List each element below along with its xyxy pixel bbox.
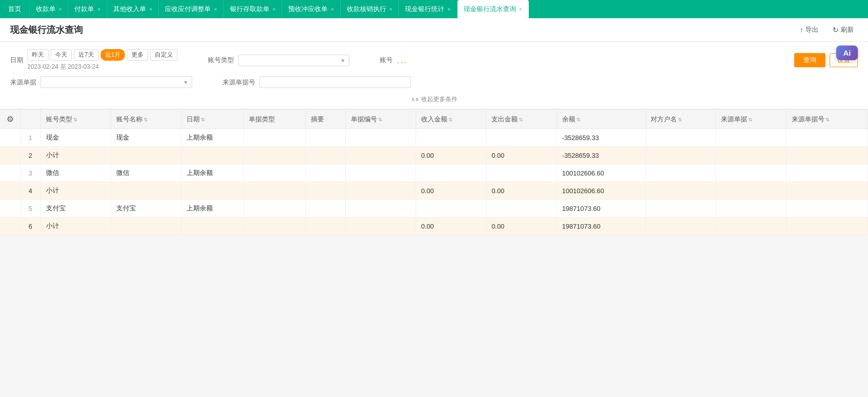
nav-tab-1[interactable]: 付款单×: [68, 0, 107, 18]
col-header-expense[interactable]: 支出金额⇅: [486, 110, 557, 129]
nav-tab-label-2: 其他收入单: [113, 5, 146, 14]
nav-tab-6[interactable]: 收款核销执行×: [341, 0, 399, 18]
col-header-income[interactable]: 收入金额⇅: [416, 110, 486, 129]
sort-icon-source_doc: ⇅: [748, 117, 752, 122]
nav-tab-close-1[interactable]: ×: [97, 6, 100, 12]
source-doc-select[interactable]: ▾: [40, 76, 192, 88]
row-balance-5: 19871073.60: [557, 217, 645, 235]
refresh-button[interactable]: ↻ 刷新: [829, 23, 858, 36]
filter-row-1: 日期 昨天今天近7天近1月更多自定义 2023-02-24 至 2023-03-…: [10, 49, 858, 71]
query-button[interactable]: 查询: [794, 53, 826, 67]
row-settings-5: [0, 217, 20, 235]
row-doc_no-1: [345, 147, 416, 164]
source-doc-no-input[interactable]: [259, 76, 411, 88]
row-source_doc_no-5: [786, 217, 867, 235]
account-label: 账号: [380, 56, 393, 65]
nav-tab-4[interactable]: 银行存取款单×: [224, 0, 282, 18]
nav-tab-0[interactable]: 收款单×: [30, 0, 68, 18]
filter-area: 日期 昨天今天近7天近1月更多自定义 2023-02-24 至 2023-03-…: [0, 42, 868, 109]
export-button[interactable]: ↑ 导出: [796, 23, 823, 36]
col-header-counterparty[interactable]: 对方户名⇅: [645, 110, 715, 129]
source-doc-label: 来源单据: [10, 78, 36, 87]
nav-tab-5[interactable]: 预收冲应收单×: [282, 0, 340, 18]
sort-icon-account_type: ⇅: [73, 117, 77, 122]
row-income-2: [416, 164, 486, 182]
collapse-bar[interactable]: ∧∧ 收起更多条件: [10, 93, 858, 104]
row-balance-1: -3528659.33: [557, 147, 645, 164]
row-summary-4: [305, 200, 345, 217]
nav-tab-2[interactable]: 其他收入单×: [107, 0, 159, 18]
date-btn-2[interactable]: 近7天: [74, 49, 99, 61]
nav-home-label: 首页: [8, 5, 21, 14]
row-source_doc-1: [716, 147, 786, 164]
col-header-doc_type: 单据类型: [243, 110, 305, 129]
row-account_name-5: [111, 217, 181, 235]
nav-tab-3[interactable]: 应收应付调整单×: [159, 0, 223, 18]
sort-icon-doc_no: ⇅: [378, 117, 382, 122]
row-account_type-0: 现金: [40, 129, 111, 147]
nav-tab-close-3[interactable]: ×: [214, 6, 217, 12]
nav-tab-close-0[interactable]: ×: [59, 6, 62, 12]
row-date-1: [181, 147, 244, 164]
col-header-source_doc_no[interactable]: 来源单据号⇅: [786, 110, 867, 129]
table-row: 6小计0.000.0019871073.60: [0, 217, 868, 235]
row-account_type-4: 支付宝: [40, 200, 111, 217]
row-doc_type-1: [243, 147, 305, 164]
settings-col-icon[interactable]: ⚙: [7, 115, 14, 123]
nav-tab-label-3: 应收应付调整单: [165, 5, 211, 14]
table-row: 2小计0.000.00-3528659.33: [0, 147, 868, 164]
nav-tab-label-8: 现金银行流水查询: [464, 5, 516, 14]
row-account_name-0: 现金: [111, 129, 181, 147]
nav-home[interactable]: 首页: [0, 0, 30, 18]
col-header-account_name[interactable]: 账号名称⇅: [111, 110, 181, 129]
date-label: 日期: [10, 56, 23, 65]
date-filter-group: 日期 昨天今天近7天近1月更多自定义 2023-02-24 至 2023-03-…: [10, 49, 177, 71]
account-type-label: 账号类型: [208, 56, 234, 65]
account-filter-group: 账号 ...: [380, 55, 407, 66]
row-income-5: 0.00: [416, 217, 486, 235]
row-source_doc_no-0: [786, 129, 867, 147]
table-row: 5支付宝支付宝上期余额19871073.60: [0, 200, 868, 217]
col-header-doc_no[interactable]: 单据编号⇅: [345, 110, 416, 129]
row-source_doc-2: [716, 164, 786, 182]
row-doc_type-4: [243, 200, 305, 217]
row-seq-0: 1: [20, 129, 40, 147]
export-icon: ↑: [800, 26, 803, 34]
date-btn-5[interactable]: 自定义: [150, 49, 177, 61]
account-type-select[interactable]: ▾: [238, 55, 349, 66]
col-header-balance[interactable]: 余额⇅: [557, 110, 645, 129]
nav-tab-8[interactable]: 现金银行流水查询×: [458, 0, 529, 18]
col-header-account_type[interactable]: 账号类型⇅: [40, 110, 111, 129]
row-source_doc-0: [716, 129, 786, 147]
page-header: 现金银行流水查询 ↑ 导出 ↻ 刷新: [0, 18, 868, 42]
ai-badge[interactable]: Ai: [836, 46, 858, 60]
data-table: ⚙账号类型⇅账号名称⇅日期⇅单据类型摘要单据编号⇅收入金额⇅支出金额⇅余额⇅对方…: [0, 109, 868, 235]
nav-tab-close-5[interactable]: ×: [331, 6, 334, 12]
col-header-date[interactable]: 日期⇅: [181, 110, 244, 129]
nav-tab-close-7[interactable]: ×: [447, 6, 450, 12]
account-dots-button[interactable]: ...: [397, 55, 407, 66]
row-expense-2: [486, 164, 557, 182]
nav-tab-label-0: 收款单: [36, 5, 56, 14]
col-header-seq: [20, 110, 40, 129]
date-btn-0[interactable]: 昨天: [27, 49, 49, 61]
row-seq-2: 3: [20, 164, 40, 182]
row-doc_type-3: [243, 182, 305, 200]
row-expense-1: 0.00: [486, 147, 557, 164]
row-doc_no-0: [345, 129, 416, 147]
nav-tab-close-6[interactable]: ×: [389, 6, 392, 12]
nav-tab-close-4[interactable]: ×: [272, 6, 276, 12]
nav-tab-label-7: 现金银行统计: [405, 5, 444, 14]
col-header-source_doc[interactable]: 来源单据⇅: [716, 110, 786, 129]
row-doc_no-5: [345, 217, 416, 235]
date-btn-4[interactable]: 更多: [127, 49, 148, 61]
date-btn-1[interactable]: 今天: [51, 49, 72, 61]
nav-tab-close-2[interactable]: ×: [149, 6, 152, 12]
date-btn-3[interactable]: 近1月: [101, 49, 125, 61]
nav-tab-close-8[interactable]: ×: [519, 6, 522, 12]
row-settings-2: [0, 164, 20, 182]
row-settings-3: [0, 182, 20, 200]
row-date-2: 上期余额: [181, 164, 244, 182]
source-doc-no-label: 来源单据号: [222, 78, 255, 87]
nav-tab-7[interactable]: 现金银行统计×: [399, 0, 457, 18]
